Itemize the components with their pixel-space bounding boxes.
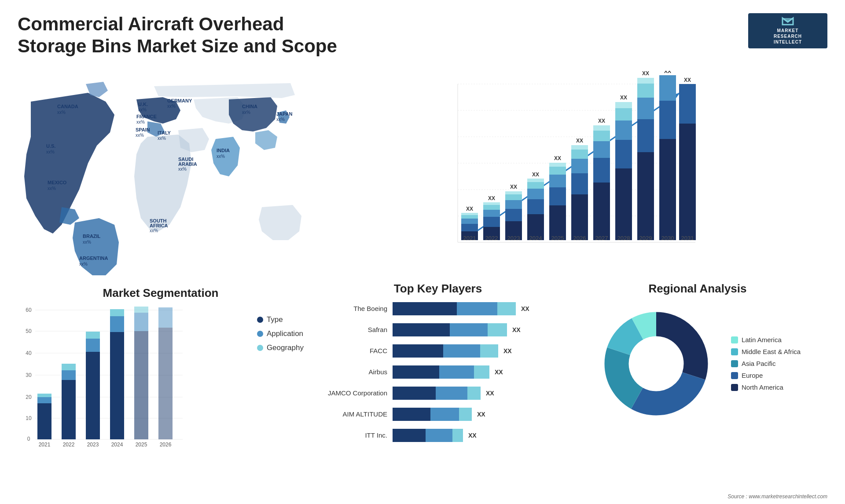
svg-rect-151 bbox=[158, 328, 173, 439]
key-players-title: Top Key Players bbox=[317, 282, 559, 296]
logo-area: MARKET RESEARCH INTELLECT bbox=[748, 13, 827, 48]
svg-text:xx%: xx% bbox=[46, 150, 55, 154]
svg-text:xx%: xx% bbox=[276, 117, 285, 122]
svg-text:FRANCE: FRANCE bbox=[136, 114, 157, 119]
svg-rect-46 bbox=[461, 224, 478, 231]
regional-color-na bbox=[731, 384, 738, 391]
svg-text:2029: 2029 bbox=[639, 235, 652, 241]
svg-text:2025: 2025 bbox=[551, 235, 564, 241]
svg-rect-101 bbox=[637, 152, 654, 240]
svg-rect-98 bbox=[615, 102, 632, 108]
svg-rect-90 bbox=[593, 131, 610, 141]
svg-rect-87 bbox=[593, 183, 610, 240]
svg-rect-95 bbox=[615, 140, 632, 168]
player-value-itt: XX bbox=[468, 432, 477, 439]
svg-text:2021: 2021 bbox=[463, 235, 476, 241]
regional-legend-item-europe: Europe bbox=[731, 372, 801, 379]
svg-rect-84 bbox=[571, 145, 588, 150]
svg-rect-61 bbox=[505, 200, 522, 209]
svg-text:2021: 2021 bbox=[39, 442, 51, 447]
svg-rect-141 bbox=[86, 332, 100, 339]
svg-text:xx%: xx% bbox=[138, 107, 147, 112]
legend-application: Application bbox=[257, 329, 304, 338]
player-bar-facc: XX bbox=[393, 344, 559, 358]
regional-label-europe: Europe bbox=[742, 372, 763, 379]
svg-text:JAPAN: JAPAN bbox=[276, 111, 293, 117]
svg-text:20: 20 bbox=[26, 394, 32, 400]
segmentation-title: Market Segmentation bbox=[18, 286, 304, 300]
player-value-jamco: XX bbox=[486, 390, 494, 397]
player-row-jamco: JAMCO Corporation XX bbox=[317, 387, 559, 400]
regional-section: Regional Analysis bbox=[568, 278, 827, 504]
player-bar-itt: XX bbox=[393, 429, 559, 442]
svg-rect-132 bbox=[37, 397, 51, 403]
page-title: Commercial Aircraft Overhead Storage Bin… bbox=[18, 13, 348, 58]
svg-rect-49 bbox=[461, 213, 478, 215]
svg-rect-76 bbox=[549, 167, 566, 175]
svg-text:2022: 2022 bbox=[485, 235, 498, 241]
svg-rect-104 bbox=[637, 84, 654, 98]
player-name-airbus: Airbus bbox=[317, 368, 387, 376]
svg-rect-139 bbox=[86, 352, 100, 439]
svg-text:MEXICO: MEXICO bbox=[48, 180, 67, 185]
svg-text:XX: XX bbox=[488, 195, 495, 201]
legend-geography: Geography bbox=[257, 343, 304, 352]
svg-text:xx%: xx% bbox=[242, 110, 250, 115]
legend-label-type: Type bbox=[267, 315, 283, 324]
svg-text:10: 10 bbox=[26, 415, 32, 421]
svg-text:2024: 2024 bbox=[529, 235, 542, 241]
regional-color-apac bbox=[731, 360, 738, 367]
world-map-section: CANADA xx% U.S. xx% MEXICO xx% BRAZIL xx… bbox=[18, 66, 308, 278]
legend-label-application: Application bbox=[267, 329, 303, 338]
svg-rect-148 bbox=[134, 313, 148, 331]
player-name-safran: Safran bbox=[317, 326, 387, 333]
regional-color-latin bbox=[731, 336, 738, 343]
svg-text:XX: XX bbox=[554, 155, 561, 161]
player-bar-boeing: XX bbox=[393, 302, 559, 315]
svg-text:U.K.: U.K. bbox=[138, 102, 148, 107]
regional-label-na: North America bbox=[742, 383, 783, 391]
segmentation-section: Market Segmentation 60 50 40 30 20 10 0 bbox=[18, 278, 308, 504]
seg-legend: Type Application Geography bbox=[257, 307, 304, 352]
logo-box: MARKET RESEARCH INTELLECT bbox=[748, 13, 827, 48]
svg-rect-108 bbox=[659, 139, 676, 240]
svg-rect-81 bbox=[571, 173, 588, 194]
regional-legend: Latin America Middle East & Africa Asia … bbox=[731, 336, 801, 391]
svg-rect-89 bbox=[593, 141, 610, 158]
player-row-facc: FACC XX bbox=[317, 344, 559, 358]
svg-text:INDIA: INDIA bbox=[217, 148, 230, 153]
svg-rect-131 bbox=[37, 403, 51, 439]
svg-rect-56 bbox=[483, 202, 500, 205]
svg-text:GERMANY: GERMANY bbox=[167, 98, 192, 103]
svg-rect-62 bbox=[505, 194, 522, 200]
svg-text:xx%: xx% bbox=[217, 154, 225, 159]
svg-rect-60 bbox=[505, 209, 522, 221]
svg-rect-109 bbox=[659, 101, 676, 139]
svg-text:SPAIN: SPAIN bbox=[136, 127, 150, 132]
svg-text:2027: 2027 bbox=[595, 235, 608, 241]
svg-rect-53 bbox=[483, 217, 500, 227]
seg-chart-wrapper: 60 50 40 30 20 10 0 bbox=[18, 307, 304, 447]
player-row-airbus: Airbus XX bbox=[317, 365, 559, 379]
svg-text:xx%: xx% bbox=[79, 262, 88, 267]
svg-rect-82 bbox=[571, 159, 588, 173]
donut-legend-area: Latin America Middle East & Africa Asia … bbox=[577, 302, 819, 425]
donut-chart-svg bbox=[595, 302, 718, 425]
regional-color-europe bbox=[731, 372, 738, 379]
source-text: Source : www.marketresearchintellect.com bbox=[727, 493, 827, 500]
svg-text:0: 0 bbox=[27, 436, 30, 442]
player-value-airbus: XX bbox=[495, 369, 503, 376]
player-bar-airbus: XX bbox=[393, 365, 559, 379]
svg-rect-91 bbox=[593, 125, 610, 131]
svg-rect-96 bbox=[615, 121, 632, 140]
svg-text:60: 60 bbox=[26, 307, 32, 313]
svg-text:XX: XX bbox=[576, 138, 583, 144]
svg-text:CHINA: CHINA bbox=[242, 104, 257, 109]
player-value-boeing: XX bbox=[521, 305, 529, 312]
seg-chart-svg: 60 50 40 30 20 10 0 bbox=[18, 307, 185, 447]
svg-rect-70 bbox=[527, 179, 544, 182]
svg-rect-68 bbox=[527, 189, 544, 199]
svg-text:xx%: xx% bbox=[136, 120, 145, 124]
svg-text:XX: XX bbox=[466, 206, 473, 212]
player-value-aim: XX bbox=[477, 411, 485, 418]
